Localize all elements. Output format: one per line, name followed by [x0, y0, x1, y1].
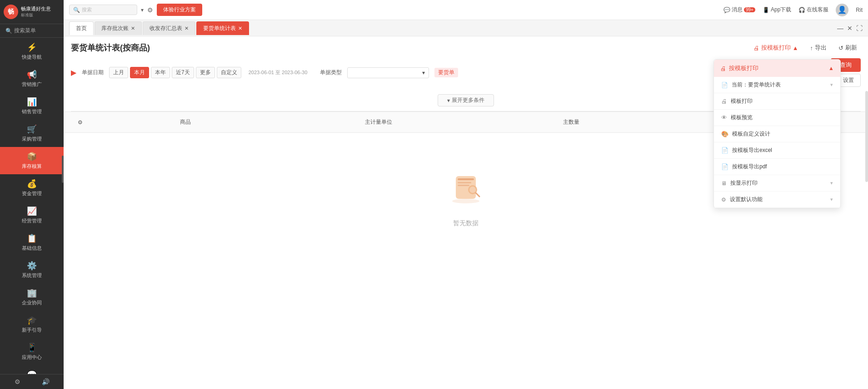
search-icon: 🔍: [5, 28, 12, 34]
date-custom[interactable]: 自定义: [217, 67, 241, 78]
dropdown-template-print[interactable]: 🖨 模板打印: [714, 93, 840, 110]
tab-receipt-summary-close[interactable]: ✕: [185, 25, 189, 31]
topbar-gear-button[interactable]: ⚙: [147, 6, 153, 14]
tab-order-stat[interactable]: 要货单统计表 ✕: [196, 21, 249, 35]
set-default-expand-icon: ▾: [830, 197, 833, 202]
empty-icon: [448, 169, 484, 212]
sidebar-search[interactable]: 🔍 搜索菜单: [0, 24, 64, 38]
display-print-expand-icon: ▾: [830, 180, 833, 186]
printer-icon: 🖨: [753, 45, 759, 51]
tab-receipt-summary[interactable]: 收发存汇总表 ✕: [143, 21, 195, 35]
tab-inventory-batch-close[interactable]: ✕: [131, 25, 135, 31]
export-button[interactable]: ↑ 导出: [807, 42, 831, 54]
purchase-icon: 🛒: [27, 124, 37, 134]
svg-rect-2: [458, 178, 474, 180]
dropdown-template-pdf[interactable]: 📄 按模板导出pdf: [714, 159, 840, 175]
export-icon: ↑: [810, 45, 813, 51]
dropdown-printer-icon: 🖨: [720, 65, 726, 72]
topbar-trial-button[interactable]: 体验行业方案: [157, 4, 202, 16]
page-actions: 🖨 按模板打印 ▲ ↑ 导出 ↺ 刷新: [750, 42, 861, 54]
app-download-button[interactable]: 📱 App下载: [763, 6, 791, 14]
sales-icon: 📊: [27, 97, 37, 107]
svg-point-0: [452, 199, 479, 203]
dropdown-template-preview[interactable]: 👁 模板预览: [714, 110, 840, 126]
date-buttons: 上月 本月 本年 近7天 更多 自定义: [109, 67, 241, 78]
order-type-select[interactable]: ▾: [347, 67, 429, 78]
sidebar-item-corp[interactable]: 🏢 企业协同: [0, 283, 64, 311]
tab-order-stat-close[interactable]: ✕: [238, 25, 242, 31]
window-controls: — ✕ ⛶: [837, 25, 863, 32]
operation-icon: 📈: [27, 206, 37, 216]
sidebar-item-shortcut[interactable]: ⚡ 快捷导航: [0, 38, 64, 65]
col-quantity: 主数量: [475, 116, 668, 129]
template-print-icon: 🖨: [721, 98, 727, 105]
template-design-icon: 🎨: [721, 131, 728, 137]
settings-bottom-button[interactable]: ⚙: [15, 378, 20, 385]
sidebar-item-sales[interactable]: 📊 销售管理: [0, 92, 64, 120]
dropdown-template-excel[interactable]: 📄 按模板导出excel: [714, 142, 840, 159]
message-icon: 💬: [723, 7, 730, 13]
empty-text: 暂无数据: [453, 219, 479, 227]
expand-collapse-btn[interactable]: ▶: [71, 68, 76, 77]
basic-icon: 📋: [27, 233, 37, 243]
minimize-icon[interactable]: —: [837, 25, 843, 32]
date-more[interactable]: 更多: [196, 67, 215, 78]
template-excel-icon: 📄: [721, 147, 728, 154]
sidebar-item-operation[interactable]: 📈 经营管理: [0, 202, 64, 229]
sidebar-item-system[interactable]: ⚙️ 系统管理: [0, 256, 64, 283]
set-default-icon: ⚙: [721, 197, 726, 203]
order-tag-area: 要货单: [434, 68, 458, 77]
template-print-dropdown: 🖨 按模板打印 ▲ 📄 当前：要货单统计表 ▾ 🖨 模板打印 👁 模板预览 🎨 …: [713, 59, 841, 208]
right-scrollbar[interactable]: [865, 91, 868, 182]
order-tag-label: 要货单: [434, 68, 458, 77]
expand-more-button[interactable]: ▾ 展开更多条件: [438, 94, 494, 106]
dropdown-template-design[interactable]: 🎨 模板自定义设计: [714, 126, 840, 142]
tab-order-stat-label: 要货单统计表: [203, 25, 236, 32]
order-type-label: 单据类型: [320, 69, 342, 76]
topbar-search[interactable]: 🔍 搜索: [69, 5, 137, 15]
tab-home[interactable]: 首页: [69, 21, 94, 35]
col-settings[interactable]: ⚙: [71, 116, 89, 128]
sidebar-item-appstore[interactable]: 📱 应用中心: [0, 338, 64, 365]
date-this-year[interactable]: 本年: [151, 67, 170, 78]
sidebar-item-wechat[interactable]: 💬 企业微信: [0, 365, 64, 374]
refresh-button[interactable]: ↺ 刷新: [835, 42, 861, 54]
sidebar-nav: ⚡ 快捷导航 📢 营销推广 📊 销售管理 🛒 采购管理 📦 库存核算 💰 资金管…: [0, 38, 64, 374]
dropdown-set-default[interactable]: ⚙ 设置默认功能 ▾: [714, 192, 840, 208]
message-button[interactable]: 💬 消息 99+: [723, 6, 755, 14]
tabs-bar: 首页 库存批次账 ✕ 收发存汇总表 ✕ 要货单统计表 ✕ — ✕ ⛶: [64, 20, 868, 36]
sidebar-item-purchase[interactable]: 🛒 采购管理: [0, 120, 64, 147]
sidebar-item-inventory[interactable]: 📦 库存核算: [0, 147, 64, 174]
svg-point-6: [469, 187, 476, 193]
sidebar-item-newbie[interactable]: 🎓 新手引导: [0, 311, 64, 338]
message-badge: 99+: [744, 7, 755, 12]
dropdown-display-print[interactable]: 🖥 按显示打印 ▾: [714, 175, 840, 192]
topbar-actions: 💬 消息 99+ 📱 App下载 🎧 在线客服 👤 Rit: [723, 4, 863, 16]
close-window-icon[interactable]: ✕: [847, 25, 853, 32]
avatar[interactable]: 👤: [836, 4, 848, 16]
expand-icon[interactable]: ⛶: [856, 25, 863, 32]
sidebar-bottom: ⚙ 🔊: [0, 374, 64, 389]
dropdown-close-chevron-icon[interactable]: ▲: [828, 65, 834, 71]
current-expand-icon: ▾: [830, 82, 833, 88]
date-prev-month[interactable]: 上月: [109, 67, 128, 78]
date-this-month[interactable]: 本月: [130, 67, 149, 78]
newbie-icon: 🎓: [27, 315, 37, 325]
svg-line-7: [476, 193, 479, 197]
sound-bottom-button[interactable]: 🔊: [42, 378, 50, 385]
system-icon: ⚙️: [27, 261, 37, 271]
template-print-button[interactable]: 🖨 按模板打印 ▲: [750, 42, 802, 54]
sidebar-item-finance[interactable]: 💰 资金管理: [0, 174, 64, 202]
dropdown-current-item[interactable]: 📄 当前：要货单统计表 ▾: [714, 77, 840, 93]
topbar-search-icon: 🔍: [73, 7, 80, 13]
online-service-button[interactable]: 🎧 在线客服: [798, 6, 828, 14]
date-filter-label: 单据日期: [82, 69, 104, 76]
tab-receipt-summary-label: 收发存汇总表: [150, 25, 182, 32]
date-last-7[interactable]: 近7天: [172, 67, 194, 78]
tab-inventory-batch[interactable]: 库存批次账 ✕: [95, 21, 142, 35]
topbar-dropdown[interactable]: ▾: [141, 7, 144, 13]
sidebar-item-marketing[interactable]: 📢 营销推广: [0, 65, 64, 92]
template-pdf-icon: 📄: [721, 163, 728, 170]
sidebar-item-basic[interactable]: 📋 基础信息: [0, 229, 64, 256]
topbar: 🔍 搜索 ▾ ⚙ 体验行业方案 💬 消息 99+ 📱 App下载 🎧 在线客服: [64, 0, 868, 20]
